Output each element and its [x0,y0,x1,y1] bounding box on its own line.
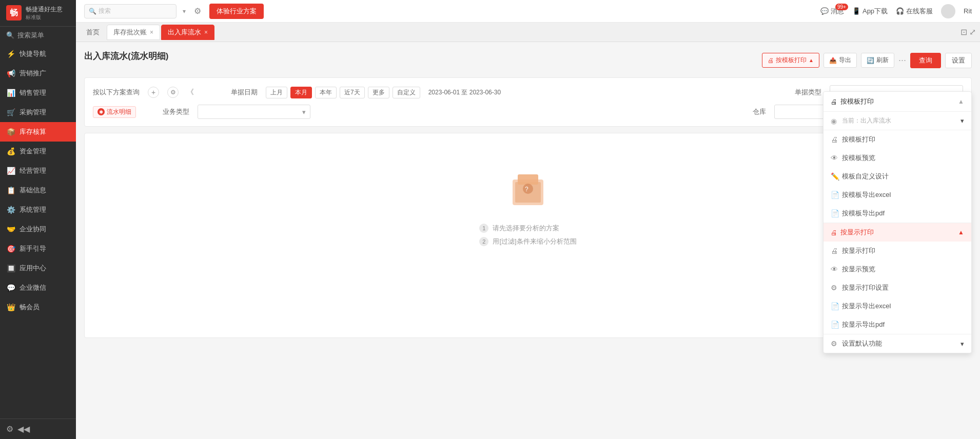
dropdown-item-display-print[interactable]: 🖨 按显示打印 [824,242,971,260]
sidebar-item-purchase[interactable]: 🛒 采购管理 [0,103,76,122]
display-print-header-icon: 🖨 [831,229,837,236]
filter-settings-button[interactable]: ⚙ [167,87,179,98]
dropdown-item-display-excel[interactable]: 📄 按显示导出excel [824,297,971,315]
settings-button[interactable]: 设置 [945,53,972,68]
printer-header-icon: 🖨 [831,98,837,106]
dropdown-collapse-icon[interactable]: ▲ [958,98,964,105]
default-function-icon: ⚙ [831,340,837,348]
industry-solution-button[interactable]: 体验行业方案 [209,4,264,19]
display-preview-icon: 👁 [831,265,838,273]
sidebar-item-vip[interactable]: 👑 畅会员 [0,297,76,317]
date-this-year[interactable]: 本年 [315,87,337,98]
dropdown-item-template-preview[interactable]: 👁 按模板预览 [824,149,971,167]
message-button[interactable]: 💬 消息 99+ [820,7,844,16]
dropdown-item-template-excel[interactable]: 📄 按模板导出excel [824,186,971,204]
page-title: 出入库流水(流水明细) [84,50,168,62]
current-indicator-icon: ◉ [831,117,837,125]
refresh-button[interactable]: 🔄 刷新 [861,53,894,68]
dropdown-item-template-pdf[interactable]: 📄 按模板导出pdf [824,204,971,223]
main: 🔍 搜索 ▾ ⚙ 体验行业方案 💬 消息 99+ 📱 App下载 🎧 在线客服 … [76,0,980,439]
sidebar-item-inventory[interactable]: 📦 库存核算 [0,122,76,142]
topbar-search-icon: 🔍 [89,8,96,15]
sales-icon: 📊 [6,88,15,97]
topbar-search[interactable]: 🔍 搜索 [84,4,177,18]
guide-icon: 🎯 [6,244,15,253]
export-icon: 📤 [829,57,837,64]
svg-rect-2 [518,174,538,185]
sidebar-item-system[interactable]: ⚙️ 系统管理 [0,200,76,220]
avatar[interactable] [941,4,955,18]
date-7days[interactable]: 近7天 [340,87,365,98]
date-more[interactable]: 更多 [368,87,389,98]
sidebar-item-app[interactable]: 🔲 应用中心 [0,258,76,278]
display-excel-icon: 📄 [831,302,839,310]
tab-home[interactable]: 首页 [80,25,106,40]
export-button[interactable]: 📤 导出 [824,53,857,68]
topbar-gear-icon[interactable]: ⚙ [194,6,201,16]
empty-steps: 1 请先选择要分析的方案 2 用[过滤]条件来缩小分析范围 [479,224,576,250]
tab-flow[interactable]: 出入库流水 × [161,25,214,40]
vip-icon: 👑 [6,303,15,312]
filter-collapse-button[interactable]: 《 [187,88,194,97]
restore-icon[interactable]: ⊡ [961,27,967,37]
sidebar-item-marketing[interactable]: 📢 营销推广 [0,64,76,83]
collapse-sidebar-icon[interactable]: ◀◀ [17,424,30,434]
dropdown-item-template-design[interactable]: ✏️ 模板自定义设计 [824,167,971,186]
dropdown-current-chevron-icon: ▾ [961,117,964,125]
inventory-icon: 📦 [6,127,15,136]
business-type-select[interactable]: ▾ [198,105,310,119]
finance-icon: 💰 [6,147,15,156]
sidebar-item-operation[interactable]: 📈 经营管理 [0,161,76,181]
tab-batch-account-close[interactable]: × [150,29,153,36]
filter-tag-liushui: ✱ 流水明细 [93,106,136,118]
sidebar-item-basic[interactable]: 📋 基础信息 [0,181,76,200]
headset-icon: 🎧 [896,7,904,15]
dropdown-item-default-function[interactable]: ⚙ 设置默认功能 ▾ [824,334,971,353]
purchase-icon: 🛒 [6,108,15,117]
sidebar-item-finance[interactable]: 💰 资金管理 [0,142,76,161]
tabbar: 首页 库存批次账 × 出入库流水 × ⊡ ⤢ [76,23,980,42]
settings-bottom-icon[interactable]: ⚙ [6,424,13,434]
topbar-chevron-icon[interactable]: ▾ [183,8,186,15]
sidebar-item-quick-nav[interactable]: ⚡ 快捷导航 [0,44,76,64]
sidebar-item-guide[interactable]: 🎯 新手引导 [0,239,76,258]
app-center-icon: 🔲 [6,264,15,273]
date-custom[interactable]: 自定义 [393,87,420,98]
sidebar-item-sales[interactable]: 📊 销售管理 [0,83,76,103]
search-icon: 🔍 [6,31,14,39]
search-menu[interactable]: 🔍 搜索菜单 [0,27,76,44]
display-section-title: 🖨 按显示打印 [831,228,874,237]
display-pdf-icon: 📄 [831,321,839,329]
sidebar-logo: 畅 畅捷通好生意 标准版 [0,0,76,27]
sidebar-bottom: ⚙ ◀◀ [0,418,76,439]
dropdown-header: 🖨 按模板打印 ▲ [824,92,971,112]
dropdown-item-template-print[interactable]: 🖨 按模板打印 [824,130,971,149]
dropdown-item-display-pdf[interactable]: 📄 按显示导出pdf [824,315,971,334]
username-label: Rit [964,7,972,15]
app-download-button[interactable]: 📱 App下载 [852,7,888,16]
sidebar-item-wechat[interactable]: 💬 企业微信 [0,278,76,297]
print-icon: 🖨 [768,57,774,64]
online-service-button[interactable]: 🎧 在线客服 [896,7,933,16]
print-chevron-up-icon: ▲ [809,57,814,63]
print-template-button[interactable]: 🖨 按模板打印 ▲ [762,53,819,68]
marketing-icon: 📢 [6,69,15,78]
warehouse-label: 仓库 [753,107,766,116]
date-last-month[interactable]: 上月 [266,87,287,98]
more-actions-button[interactable]: ··· [898,55,906,66]
tab-batch-account[interactable]: 库存批次账 × [107,25,160,40]
filter-add-button[interactable]: + [148,87,159,98]
date-label: 单据日期 [231,88,258,97]
tabbar-right: ⊡ ⤢ [961,27,976,37]
dropdown-item-display-preview[interactable]: 👁 按显示预览 [824,260,971,278]
empty-step-1: 1 请先选择要分析的方案 [479,224,576,233]
sidebar-item-collab[interactable]: 🤝 企业协同 [0,220,76,239]
date-this-month[interactable]: 本月 [290,87,312,98]
message-badge: 99+ [835,4,848,10]
dropdown-item-display-settings[interactable]: ⚙ 按显示打印设置 [824,278,971,297]
business-type-chevron-icon: ▾ [302,108,306,116]
query-button[interactable]: 查询 [910,53,941,68]
display-print-section-header[interactable]: 🖨 按显示打印 ▲ [824,223,971,242]
tab-flow-close[interactable]: × [204,29,208,36]
maximize-icon[interactable]: ⤢ [969,27,976,37]
